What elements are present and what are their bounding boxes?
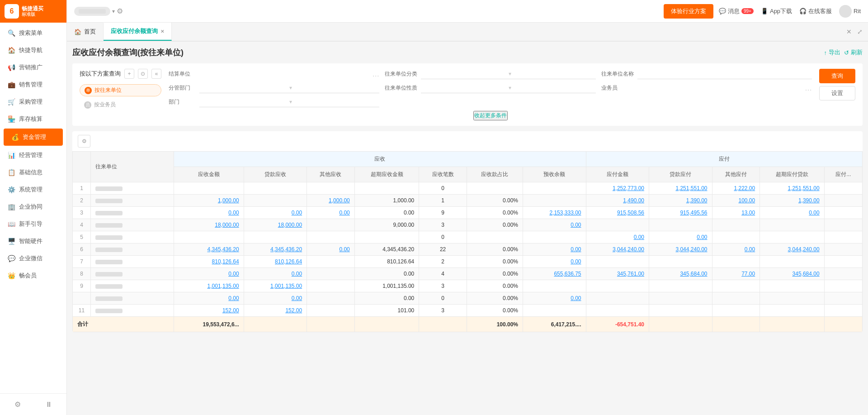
cell-ap-overdue[interactable]: 345,684.00 xyxy=(760,268,824,280)
service-btn[interactable]: 🎧 在线客服 xyxy=(799,7,832,15)
sub-dept-select[interactable]: ▾ xyxy=(199,97,379,107)
cell-ar-loan[interactable]: 0.00 xyxy=(244,207,307,219)
sidebar-item-finance[interactable]: 💰资金管理 xyxy=(4,129,63,146)
cell-ap-loan[interactable]: 0.00 xyxy=(649,231,712,243)
cell-ar-prepay[interactable]: 0.00 xyxy=(523,219,586,231)
filter-settings-btn[interactable]: ⊙ xyxy=(138,69,148,79)
cell-ap-amount[interactable]: 345,761.00 xyxy=(586,268,649,280)
tab-home[interactable]: 🏠 首页 xyxy=(67,23,104,40)
salesman-dots[interactable]: … xyxy=(805,84,812,92)
tab-query[interactable]: 应收应付余额查询 ✕ xyxy=(104,23,172,41)
cell-ar-loan[interactable]: 0.00 xyxy=(244,292,307,305)
cell-ap-other[interactable]: 13.00 xyxy=(712,207,760,219)
table-settings-btn[interactable]: ⚙ xyxy=(78,135,90,148)
cell-ar-amount[interactable]: 0.00 xyxy=(174,292,244,305)
cell-ar-amount[interactable]: 0.00 xyxy=(174,268,244,280)
sidebar-item-inventory[interactable]: 🏪库存核算 xyxy=(0,110,66,128)
sidebar-item-hardware[interactable]: 🖥️智能硬件 xyxy=(0,233,66,250)
cell-ap-overdue[interactable]: 1,390.00 xyxy=(760,195,824,207)
cell-ar-amount[interactable]: 1,001,135.00 xyxy=(174,280,244,292)
sidebar-item-system[interactable]: ⚙️系统管理 xyxy=(0,181,66,198)
window-expand-btn[interactable]: ⤢ xyxy=(855,27,864,36)
cell-ar-amount[interactable]: 18,000.00 xyxy=(174,219,244,231)
unit-name-input[interactable] xyxy=(637,69,812,79)
cell-ap-amount[interactable]: 3,044,240.00 xyxy=(586,243,649,256)
cell-ar-loan[interactable]: 4,345,436.20 xyxy=(244,243,307,256)
filter-scheme-unit[interactable]: 单 按往来单位 xyxy=(80,84,161,96)
sidebar-item-operation[interactable]: 📊经营管理 xyxy=(0,147,66,164)
industry-btn[interactable]: 体验行业方案 xyxy=(664,4,713,19)
window-close-btn[interactable]: ✕ xyxy=(844,27,854,36)
footer-ar-prepay[interactable]: 6,417,215.... xyxy=(523,317,586,332)
sidebar-settings-btn[interactable]: ⚙ xyxy=(4,397,32,411)
cell-ap-loan xyxy=(649,292,712,305)
cell-ar-loan[interactable]: 0.00 xyxy=(244,268,307,280)
cell-ap-amount[interactable]: 915,508.56 xyxy=(586,207,649,219)
cell-ap-loan[interactable]: 1,390.00 xyxy=(649,195,712,207)
cell-ar-prepay[interactable]: 0.00 xyxy=(523,243,586,256)
sidebar-item-wechat[interactable]: 💬企业微信 xyxy=(0,250,66,267)
cell-ap-loan[interactable]: 3,044,240.00 xyxy=(649,243,712,256)
cell-ar-loan[interactable]: 1,001,135.00 xyxy=(244,280,307,292)
setup-btn[interactable]: 设置 xyxy=(819,86,855,100)
user-area[interactable]: Rit xyxy=(839,5,861,18)
cell-ap-amount[interactable]: 1,252,773.00 xyxy=(586,182,649,195)
cell-ap-amount[interactable]: 1,490.00 xyxy=(586,195,649,207)
filter-scheme-salesman[interactable]: 员 按业务员 xyxy=(80,99,161,110)
filter-collapse-btn[interactable]: 收起更多条件 xyxy=(473,111,508,120)
export-btn[interactable]: ↑ 导出 xyxy=(824,48,841,57)
refresh-btn[interactable]: ↺ 刷新 xyxy=(844,48,863,57)
sidebar-item-base[interactable]: 📋基础信息 xyxy=(0,164,66,181)
settings-icon[interactable]: ⚙ xyxy=(117,7,123,15)
unit-nature-select[interactable]: ▾ xyxy=(421,83,595,93)
cell-ar-other[interactable]: 1,000.00 xyxy=(307,195,355,207)
cell-ar-amount[interactable]: 810,126.64 xyxy=(174,256,244,268)
dept-select[interactable]: ▾ xyxy=(199,83,379,93)
cell-ar-amount[interactable]: 0.00 xyxy=(174,207,244,219)
sidebar-item-search[interactable]: 🔍搜索菜单 xyxy=(0,24,66,42)
cell-ap-loan[interactable]: 915,495.56 xyxy=(649,207,712,219)
sidebar-item-guide[interactable]: 📖新手引导 xyxy=(0,215,66,233)
cell-ar-loan[interactable]: 810,126.64 xyxy=(244,256,307,268)
cell-ap-overdue[interactable]: 0.00 xyxy=(760,207,824,219)
sidebar-item-sales[interactable]: 💼销售管理 xyxy=(0,76,66,93)
cell-ar-overdue: 0.00 xyxy=(354,292,419,305)
cell-ar-loan[interactable]: 152.00 xyxy=(244,305,307,317)
sidebar-collapse-btn[interactable]: ⏸ xyxy=(35,397,63,411)
cell-ar-amount[interactable]: 1,000.00 xyxy=(174,195,244,207)
cell-ar-amount[interactable]: 152.00 xyxy=(174,305,244,317)
sidebar-item-member[interactable]: 👑畅会员 xyxy=(0,267,66,284)
cell-ar-amount[interactable]: 4,345,436.20 xyxy=(174,243,244,256)
sidebar-item-nav[interactable]: 🏠快捷导航 xyxy=(0,42,66,59)
cell-ap-other[interactable]: 100.00 xyxy=(712,195,760,207)
cell-ap-other[interactable]: 77.00 xyxy=(712,268,760,280)
cell-ar-count: 9 xyxy=(419,207,467,219)
cell-ap-other[interactable]: 0.00 xyxy=(712,243,760,256)
sidebar-item-corp[interactable]: 🏢企业协同 xyxy=(0,198,66,215)
cell-ar-other[interactable]: 0.00 xyxy=(307,207,355,219)
cell-ap-overdue[interactable]: 3,044,240.00 xyxy=(760,243,824,256)
cell-ar-prepay[interactable]: 655,636.75 xyxy=(523,268,586,280)
filter-collapse-left-btn[interactable]: « xyxy=(151,69,161,79)
cell-ar-prepay[interactable]: 0.00 xyxy=(523,256,586,268)
footer-ar-total[interactable]: 19,553,472,6... xyxy=(174,317,244,332)
sidebar-item-marketing[interactable]: 📢营销推广 xyxy=(0,59,66,76)
tab-close-icon[interactable]: ✕ xyxy=(160,29,164,34)
unit-category-select[interactable]: ▾ xyxy=(421,69,595,79)
sidebar-item-purchase[interactable]: 🛒采购管理 xyxy=(0,93,66,110)
cell-ap-amount[interactable]: 0.00 xyxy=(586,231,649,243)
cell-ar-prepay[interactable]: 2,153,333.00 xyxy=(523,207,586,219)
cell-ap-overdue[interactable]: 1,251,551.00 xyxy=(760,182,824,195)
message-btn[interactable]: 💬 消息 99+ xyxy=(719,7,754,15)
cell-ar-loan[interactable]: 18,000.00 xyxy=(244,219,307,231)
cell-ar-other[interactable]: 0.00 xyxy=(307,243,355,256)
cell-ap-loan[interactable]: 345,684.00 xyxy=(649,268,712,280)
query-btn[interactable]: 查询 xyxy=(819,69,855,83)
filter-add-btn[interactable]: + xyxy=(124,69,134,79)
cell-ap-other[interactable]: 1,222.00 xyxy=(712,182,760,195)
th-ar-prepay: 预收余额 xyxy=(523,167,586,182)
settlement-dots[interactable]: … xyxy=(372,70,379,78)
cell-ap-loan[interactable]: 1,251,551.00 xyxy=(649,182,712,195)
app-download-btn[interactable]: 📱 App下载 xyxy=(761,7,792,15)
cell-ar-prepay[interactable]: 0.00 xyxy=(523,292,586,305)
